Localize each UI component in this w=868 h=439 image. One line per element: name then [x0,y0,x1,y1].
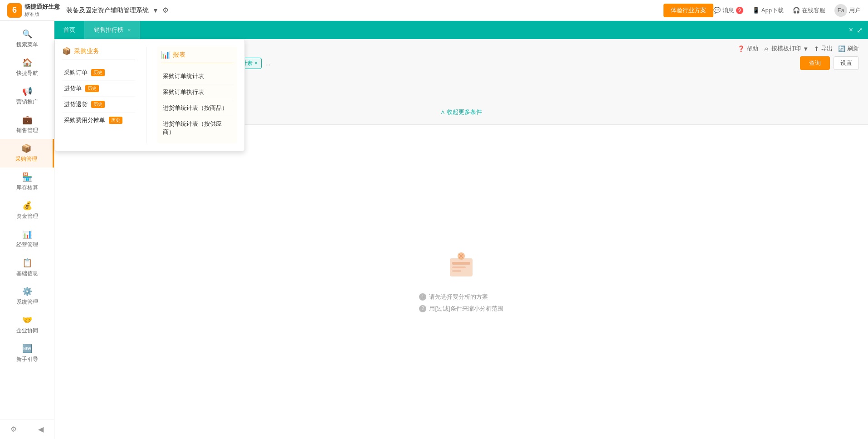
goods-more-dots[interactable]: ... [265,60,270,67]
message-badge: 9 [736,7,743,14]
top-header: 6 畅捷通好生意 标准版 装备及固定资产辅助管理系统 ▼ ⚙ 体验行业方案 💬 … [0,0,868,21]
operations-icon: 📊 [22,229,32,239]
svg-rect-1 [452,262,470,265]
menu-item-purchase-order[interactable]: 采购订单 历史 [62,65,135,81]
search-icon: 🔍 [22,29,32,39]
user-action[interactable]: Ea 用户 [834,4,861,17]
purchase-icon: 📦 [21,143,31,153]
home-icon: 🏠 [22,58,32,68]
headset-icon: 🎧 [793,7,800,14]
sidebar-item-system[interactable]: ⚙️ 系统管理 [0,282,54,311]
menu-item-report-4[interactable]: 进货单统计表（按供应商） [161,116,234,140]
print-dropdown-icon[interactable]: ▼ [803,45,809,52]
tab-home[interactable]: 首页 [54,21,85,39]
help-icon: ❓ [737,45,745,52]
sidebar-item-search[interactable]: 🔍 搜索菜单 [0,25,54,53]
tab-bar-actions: × ⤢ [849,26,868,35]
logo-text: 畅捷通好生意 标准版 [24,3,60,17]
phone-icon: 📱 [752,7,760,14]
sales-icon: 💼 [22,115,32,125]
industry-btn[interactable]: 体验行业方案 [663,4,713,17]
sidebar-item-basic-info[interactable]: 📋 基础信息 [0,253,54,282]
sidebar-item-purchase[interactable]: 📦 采购管理 [0,139,54,168]
sidebar-collapse-btn[interactable]: ◀ [38,425,44,434]
empty-illustration [439,249,484,286]
report-section-title: 📊 报表 [161,50,234,63]
sidebar-item-marketing[interactable]: 📢 营销推广 [0,82,54,110]
basic-info-icon: 📋 [22,258,32,268]
print-link[interactable]: 🖨 按模板打印 ▼ [764,44,809,53]
purchase-section-title: 📦 采购业务 [62,47,135,59]
collapse-icon: ∧ [440,109,445,115]
sidebar-item-quick-nav[interactable]: 🏠 快捷导航 [0,53,54,82]
refresh-link[interactable]: 🔄 刷新 [838,44,859,53]
menu-item-report-1[interactable]: 采购订单统计表 [161,69,234,84]
empty-hint-2: 2 用[过滤]条件来缩小分析范围 [419,303,503,315]
logo-area: 6 畅捷通好生意 标准版 [7,3,62,18]
print-icon: 🖨 [764,45,770,52]
system-icon: ⚙️ [22,286,32,296]
sidebar-settings-btn[interactable]: ⚙ [10,425,17,434]
query-btn[interactable]: 查询 [800,56,830,70]
app-download-action[interactable]: 📱 App下载 [752,6,784,15]
help-link[interactable]: ❓ 帮助 [737,44,758,53]
query-actions: 查询 设置 [800,56,859,70]
enterprise-icon: 🤝 [22,315,32,325]
empty-hint-1: 1 请先选择要分析的方案 [419,291,503,303]
purchase-section-icon: 📦 [62,47,71,55]
online-service-action[interactable]: 🎧 在线客服 [793,6,825,15]
tab-close-icon[interactable]: × [128,27,131,33]
message-action[interactable]: 💬 消息 9 [713,6,743,15]
sidebar-item-enterprise[interactable]: 🤝 企业协同 [0,311,54,339]
purchase-business-section: 📦 采购业务 采购订单 历史 进货单 历史 进货退货 历史 采购费用分摊单 历史 [62,47,135,143]
history-tag-1: 历史 [85,85,99,92]
history-tag-3: 历史 [109,117,122,124]
refresh-icon: 🔄 [838,45,845,52]
system-name: 装备及固定资产辅助管理系统 ▼ ⚙ [66,6,663,15]
system-dropdown-icon[interactable]: ▼ [152,7,159,14]
sidebar-item-operations[interactable]: 📊 经营管理 [0,225,54,253]
system-settings-icon[interactable]: ⚙ [162,6,169,15]
menu-item-report-3[interactable]: 进货单统计表（按商品） [161,100,234,116]
menu-divider [146,47,146,143]
menu-item-report-2[interactable]: 采购订单执行表 [161,84,234,100]
capital-icon: 💰 [22,201,32,211]
inventory-icon: 🏪 [22,172,32,182]
avatar: Ea [834,4,847,17]
sidebar-item-inventory[interactable]: 🏪 库存核算 [0,168,54,196]
export-icon: ⬆ [814,45,819,52]
empty-state: 1 请先选择要分析的方案 2 用[过滤]条件来缩小分析范围 [54,125,868,439]
svg-rect-3 [452,270,461,272]
report-section-icon: 📊 [161,50,170,59]
history-tag-0: 历史 [91,69,105,76]
message-icon: 💬 [713,7,721,14]
goods-tag-remove[interactable]: × [254,60,258,66]
tab-expand-icon[interactable]: ⤢ [857,26,863,35]
sidebar: 🔍 搜索菜单 🏠 快捷导航 📢 营销推广 💼 销售管理 📦 采购管理 🏪 库存核… [0,21,54,439]
settings-btn[interactable]: 设置 [834,56,859,70]
empty-hints: 1 请先选择要分析的方案 2 用[过滤]条件来缩小分析范围 [419,291,503,315]
tab-window-close-icon[interactable]: × [849,26,853,34]
marketing-icon: 📢 [22,86,32,96]
logo-icon: 6 [7,3,22,18]
sidebar-item-sales[interactable]: 💼 销售管理 [0,110,54,139]
report-section: 📊 报表 采购订单统计表 采购订单执行表 进货单统计表（按商品） 进货单统计表（… [157,47,238,143]
export-link[interactable]: ⬆ 导出 [814,44,833,53]
tab-bar: 首页 销售排行榜 × × ⤢ [54,21,868,39]
guide-icon: 🆕 [22,344,32,354]
purchase-dropdown-menu: 📦 采购业务 采购订单 历史 进货单 历史 进货退货 历史 采购费用分摊单 历史 [54,39,245,151]
menu-item-expense[interactable]: 采购费用分摊单 历史 [62,113,135,128]
sidebar-bottom: ⚙ ◀ [0,419,54,439]
menu-item-inbound[interactable]: 进货单 历史 [62,81,135,97]
sidebar-item-capital[interactable]: 💰 资金管理 [0,196,54,225]
sidebar-item-guide[interactable]: 🆕 新手引导 [0,339,54,368]
menu-item-return[interactable]: 进货退货 历史 [62,97,135,113]
svg-rect-2 [452,266,466,268]
tab-sales-rank[interactable]: 销售排行榜 × [85,21,140,39]
header-right: 💬 消息 9 📱 App下载 🎧 在线客服 Ea 用户 [713,4,861,17]
main-layout: 🔍 搜索菜单 🏠 快捷导航 📢 营销推广 💼 销售管理 📦 采购管理 🏪 库存核… [0,21,868,439]
history-tag-2: 历史 [91,101,105,108]
